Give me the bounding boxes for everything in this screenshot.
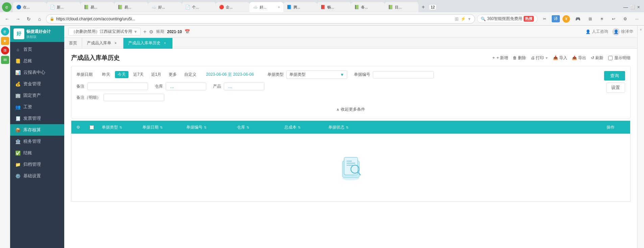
sidebar-item-home[interactable]: ⌂ 首页	[10, 44, 64, 55]
warehouse-select[interactable]: ...	[166, 82, 206, 90]
address-bar[interactable]: 🔒 https://cloud.chanjet.com/accounting/u…	[46, 14, 475, 24]
scissors-btn[interactable]: ✂	[540, 16, 549, 22]
calendar-icon[interactable]: 📅	[185, 29, 190, 34]
date-btn-yesterday[interactable]: 昨天	[99, 71, 113, 78]
select-all-checkbox[interactable]	[90, 125, 94, 130]
yuan-btn[interactable]: ¥	[563, 15, 570, 23]
refresh-btn[interactable]: ↺ 刷新	[591, 55, 603, 61]
tax-icon: 🏦	[15, 139, 21, 144]
icon-bar-mail[interactable]: ✉	[1, 56, 9, 64]
print-dropdown-icon[interactable]: ▼	[545, 56, 548, 60]
date-btn-today[interactable]: 今天	[115, 71, 128, 78]
forward-button[interactable]: →	[14, 15, 22, 23]
browser-tab-11[interactable]: 📗 各...	[351, 2, 385, 12]
sidebar-item-settings[interactable]: ⚙️ 基础设置	[10, 170, 64, 182]
browser-tab-5[interactable]: ☁️ 好...	[148, 2, 182, 12]
import-btn[interactable]: 📥 导入	[553, 55, 567, 61]
th-voucher-type[interactable]: 单据类型 ⇅	[98, 125, 139, 130]
add-company-btn[interactable]: +	[143, 29, 146, 35]
remarks-input[interactable]	[87, 83, 148, 90]
browser-tab-2[interactable]: 📄 新...	[47, 2, 80, 12]
collapse-btn[interactable]: ∧ 收起更多条件	[76, 105, 625, 114]
date-btn-more[interactable]: 更多	[166, 71, 180, 78]
company-selector[interactable]: （勿删勿禁用）江西碳宝测试专用 ▼	[68, 28, 141, 36]
tab-list-close[interactable]: ×	[113, 41, 118, 46]
search-box[interactable]: 🔍 360智能抠图免费用 热搜	[477, 15, 538, 23]
refresh-label: 刷新	[595, 55, 603, 61]
browser-tab-9[interactable]: 📘 腾...	[283, 2, 317, 12]
icon-bar-star[interactable]: ★	[1, 37, 9, 45]
th-status[interactable]: 单据状态 ⇅	[325, 125, 372, 130]
tab-label-5: 好...	[158, 5, 165, 10]
show-detail-checkbox-area[interactable]: 显示明细	[608, 55, 630, 61]
sidebar-item-checkout[interactable]: ✅ 结账	[10, 147, 64, 159]
settings-button[interactable]: 设置	[606, 83, 625, 93]
voucher-no-input[interactable]	[373, 71, 434, 78]
browser-tab-12[interactable]: 📗 目...	[385, 2, 419, 12]
company-settings-btn[interactable]: ⚙	[149, 29, 153, 35]
sidebar-item-payroll[interactable]: 👥 工资	[10, 101, 64, 113]
browser-tab-10[interactable]: 📕 畅...	[317, 2, 351, 12]
close-window-button[interactable]: ×	[637, 4, 640, 10]
browser-tab-1[interactable]: 🔵 在...	[13, 2, 47, 12]
home-button[interactable]: ⌂	[35, 15, 44, 23]
browser-tab-3[interactable]: 📗 易...	[80, 2, 114, 12]
sidebar-item-reports[interactable]: 📊 云报表中心	[10, 67, 64, 78]
browser-tab-8[interactable]: ☁️ 好... ×	[249, 2, 283, 12]
icon-bar-weibo[interactable]: 微	[1, 46, 9, 54]
sidebar-item-archive[interactable]: 📁 归档管理	[10, 159, 64, 170]
browser-tab-4[interactable]: 📗 易...	[114, 2, 148, 12]
th-warehouse[interactable]: 仓库 ⇅	[234, 125, 281, 130]
print-btn[interactable]: 🖨 打印 ▼	[531, 55, 548, 61]
th-settings[interactable]: ⚙	[71, 125, 85, 130]
new-btn[interactable]: + + 新增	[493, 55, 508, 61]
tab-list[interactable]: 产成品入库单 ×	[82, 38, 123, 49]
back-button[interactable]: ←	[3, 15, 11, 23]
user-avatar[interactable]: 👤 徐泽华	[612, 28, 633, 36]
sidebar-item-assets[interactable]: 🏢 固定资产	[10, 90, 64, 101]
sidebar-item-invoice[interactable]: 🧾 发票管理	[10, 113, 64, 124]
delete-btn[interactable]: 🗑 删除	[513, 55, 526, 61]
th-checkbox[interactable]	[85, 125, 98, 130]
voucher-type-select[interactable]: 单据类型 ▼	[286, 70, 347, 79]
th-date[interactable]: 单据日期 ⇅	[139, 125, 183, 130]
product-select[interactable]: ...	[224, 82, 264, 90]
show-detail-checkbox[interactable]	[608, 56, 613, 60]
remarks-detail-input[interactable]	[103, 94, 164, 101]
tab-home[interactable]: 首页	[64, 38, 82, 49]
export-btn[interactable]: 📤 导出	[572, 55, 586, 61]
user-service-btn[interactable]: 👤 人工咨询	[586, 29, 608, 35]
tab-close-8[interactable]: ×	[278, 5, 280, 9]
app-logo[interactable]: e	[1, 27, 9, 36]
period-label: 账期	[156, 29, 164, 35]
refresh-button[interactable]: ↻	[24, 15, 33, 23]
back2-btn[interactable]: ↩	[609, 16, 618, 22]
minimize-button[interactable]: —	[623, 4, 628, 10]
maximize-button[interactable]: ⬜	[630, 5, 635, 9]
date-btn-1month[interactable]: 近1月	[148, 71, 164, 78]
sidebar-item-funds[interactable]: 💰 资金管理	[10, 78, 64, 90]
game-btn[interactable]: 🎮	[573, 16, 583, 22]
sidebar-item-ledger[interactable]: 📒 总账	[10, 55, 64, 67]
translate-btn[interactable]: 译	[552, 15, 560, 22]
th-total-cost[interactable]: 总成本 ⇅	[281, 125, 325, 130]
date-btn-7days[interactable]: 近7天	[130, 71, 146, 78]
sidebar-label-payroll: 工资	[23, 104, 32, 110]
right-panel-close[interactable]: ×	[640, 27, 642, 32]
query-button[interactable]: 查询	[604, 71, 625, 81]
dropdown-arrow[interactable]: ▼	[468, 17, 471, 21]
tab-history-close[interactable]: ×	[162, 41, 168, 46]
sun-btn[interactable]: ☀	[597, 16, 606, 22]
browser-tab-7[interactable]: 🔴 企...	[216, 2, 249, 12]
th-voucher-no[interactable]: 单据编号 ⇅	[183, 125, 234, 130]
tab-history[interactable]: 产成品入库单历史 ×	[123, 38, 173, 49]
sidebar-item-tax[interactable]: 🏦 税务管理	[10, 136, 64, 147]
apps-btn[interactable]: ⊞	[586, 16, 595, 22]
date-btn-custom[interactable]: 自定义	[182, 71, 199, 78]
sidebar-item-inventory[interactable]: 📦 库存核算	[10, 124, 64, 136]
th-status-label: 单据状态	[328, 125, 344, 130]
more-btn[interactable]: ···	[633, 16, 641, 22]
new-tab-button[interactable]: +	[419, 2, 428, 12]
settings-gear-btn[interactable]: ⚙	[621, 16, 630, 22]
browser-tab-6[interactable]: 📄 个...	[182, 2, 216, 12]
